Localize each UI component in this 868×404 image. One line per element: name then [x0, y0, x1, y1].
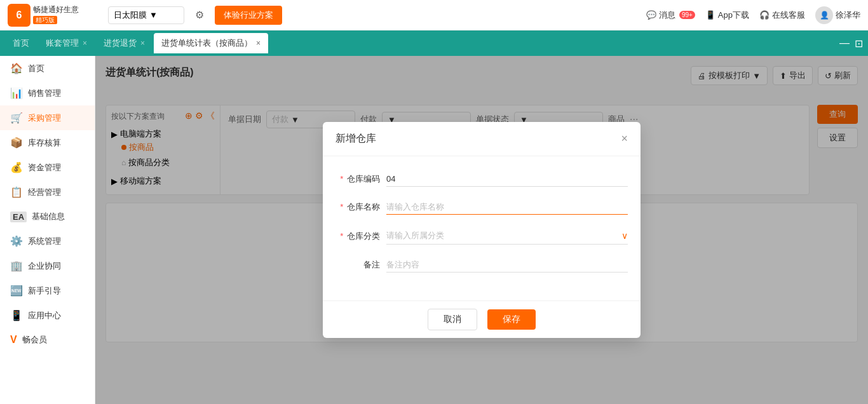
sidebar-item-finance[interactable]: 💰 资金管理: [0, 155, 95, 180]
form-row-remark: 备注: [336, 257, 628, 273]
tab-close-stats[interactable]: ×: [256, 39, 261, 48]
sidebar-item-operations[interactable]: 📋 经营管理: [0, 180, 95, 205]
sidebar-item-basic-info[interactable]: EA 基础信息: [0, 205, 95, 229]
remark-label: 备注: [336, 259, 386, 271]
app-download-item[interactable]: 📱 App下载: [705, 10, 749, 21]
sidebar-item-newbie[interactable]: 🆕 新手引导: [0, 278, 95, 303]
sales-icon: 📊: [10, 87, 23, 99]
new-warehouse-dialog: 新增仓库 × * 仓库编码 *: [323, 122, 641, 338]
store-selector[interactable]: 日太阳膜 ▼: [108, 6, 184, 24]
logo-icon: 6: [8, 4, 31, 27]
message-icon: 💬: [646, 10, 656, 20]
dialog-overlay[interactable]: 新增仓库 × * 仓库编码 *: [95, 56, 868, 404]
select-arrow-icon: ∨: [621, 231, 628, 241]
finance-icon: 💰: [10, 161, 23, 173]
home-icon: 🏠: [10, 62, 23, 74]
remark-input[interactable]: [386, 257, 628, 273]
name-label: * 仓库名称: [336, 201, 386, 213]
header-right: 💬 消息 99+ 📱 App下载 🎧 在线客服 👤 徐泽华: [646, 6, 860, 24]
app-icon: 📱: [705, 10, 715, 20]
tab-account[interactable]: 账套管理 ×: [38, 33, 95, 53]
category-select[interactable]: 请输入所属分类 ∨: [386, 227, 628, 245]
avatar: 👤: [815, 6, 833, 24]
sidebar-item-appcenter[interactable]: 📱 应用中心: [0, 303, 95, 328]
chevron-down-icon: ▼: [149, 10, 158, 20]
sidebar-item-sales[interactable]: 📊 销售管理: [0, 81, 95, 105]
vip-icon: V: [10, 334, 17, 346]
dialog-footer: 取消 保存: [323, 300, 641, 338]
tab-close-account[interactable]: ×: [83, 39, 87, 48]
logo-area: 6 畅捷通好生意 精巧版: [8, 4, 103, 27]
tab-purchase-stats[interactable]: 进货单统计表（按商品） ×: [154, 33, 268, 53]
form-row-name: * 仓库名称: [336, 199, 628, 215]
dialog-header: 新增仓库 ×: [323, 122, 641, 156]
logo-text: 畅捷通好生意 精巧版: [33, 5, 79, 25]
sidebar-item-purchase[interactable]: 🛒 采购管理: [0, 105, 95, 130]
code-label: * 仓库编码: [336, 173, 386, 185]
tab-bar: 首页 账套管理 × 进货退货 × 进货单统计表（按商品） × — ⊡: [0, 30, 868, 56]
online-service-item[interactable]: 🎧 在线客服: [759, 10, 805, 21]
dialog-body: * 仓库编码 * 仓库名称: [323, 156, 641, 300]
trial-button[interactable]: 体验行业方案: [215, 6, 282, 25]
name-input[interactable]: [386, 199, 628, 215]
inventory-icon: 📦: [10, 137, 23, 149]
sidebar: 🏠 首页 📊 销售管理 🛒 采购管理 📦 库存核算 💰 资金管理 📋 经营管理 …: [0, 56, 95, 404]
headset-icon: 🎧: [759, 10, 770, 20]
tab-purchase-return[interactable]: 进货退货 ×: [96, 33, 153, 53]
purchase-icon: 🛒: [10, 112, 23, 124]
tab-actions: — ⊡: [839, 37, 863, 50]
gear-button[interactable]: ⚙: [189, 5, 210, 25]
tab-close-return[interactable]: ×: [140, 39, 145, 48]
content-area: 进货单统计(按商品) 🖨 按模板打印 ▼ ⬆ 导出 ↺ 刷新: [95, 56, 868, 404]
form-row-category: * 仓库分类 请输入所属分类 ∨: [336, 227, 628, 245]
messages-item[interactable]: 💬 消息 99+: [646, 10, 695, 21]
dialog-close-button[interactable]: ×: [621, 132, 628, 145]
dialog-title: 新增仓库: [336, 132, 376, 145]
save-button[interactable]: 保存: [487, 309, 536, 330]
basic-info-icon: EA: [10, 212, 27, 222]
system-icon: ⚙️: [10, 235, 23, 247]
message-badge: 99+: [679, 11, 695, 19]
tab-maximize-button[interactable]: ⊡: [855, 37, 863, 50]
cancel-button[interactable]: 取消: [428, 309, 477, 330]
newbie-icon: 🆕: [10, 285, 23, 297]
category-label: * 仓库分类: [336, 231, 386, 242]
top-header: 6 畅捷通好生意 精巧版 日太阳膜 ▼ ⚙ 体验行业方案 💬 消息 99+ 📱 …: [0, 0, 868, 30]
sidebar-item-system[interactable]: ⚙️ 系统管理: [0, 229, 95, 253]
enterprise-icon: 🏢: [10, 260, 23, 272]
operations-icon: 📋: [10, 186, 23, 198]
sidebar-item-home[interactable]: 🏠 首页: [0, 56, 95, 81]
sidebar-item-enterprise[interactable]: 🏢 企业协同: [0, 253, 95, 278]
sidebar-item-vip[interactable]: V 畅会员: [0, 328, 95, 352]
tab-home[interactable]: 首页: [5, 33, 37, 53]
sidebar-item-inventory[interactable]: 📦 库存核算: [0, 130, 95, 155]
form-row-code: * 仓库编码: [336, 172, 628, 187]
main-layout: 🏠 首页 📊 销售管理 🛒 采购管理 📦 库存核算 💰 资金管理 📋 经营管理 …: [0, 56, 868, 404]
appcenter-icon: 📱: [10, 309, 23, 321]
code-input[interactable]: [386, 172, 628, 187]
tab-minimize-button[interactable]: —: [839, 37, 850, 50]
user-profile-item[interactable]: 👤 徐泽华: [815, 6, 860, 24]
